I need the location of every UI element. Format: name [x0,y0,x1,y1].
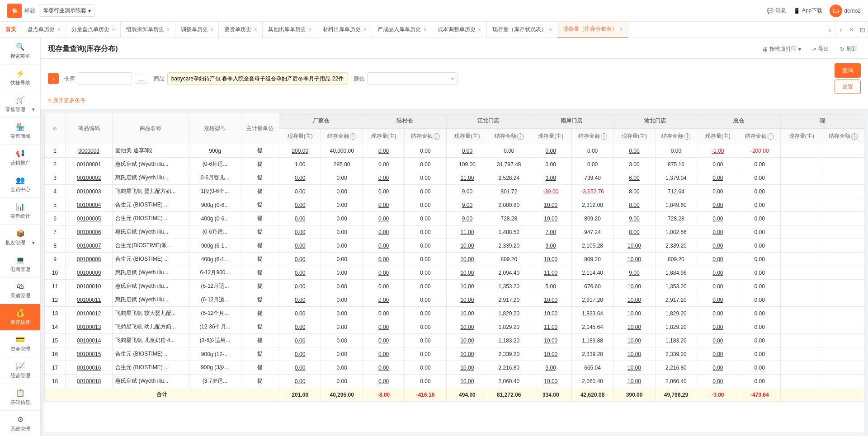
sidebar-item-search[interactable]: 🔍 搜索英单 [0,38,40,65]
tab-stock-status[interactable]: 现存量（库存状况表） × [487,22,558,38]
row-l-qty[interactable]: 0.00 [363,225,404,239]
row-na-qty[interactable]: 10.00 [530,253,571,266]
row-yb-qty[interactable]: 8.00 [613,198,655,212]
row-jb-qty[interactable]: 109.00 [446,158,488,171]
row-f-qty[interactable]: 0.00 [279,198,321,212]
sidebar-item-retail-stats[interactable]: 📊 零售统计 [0,198,40,225]
row-code[interactable]: 00100018 [66,375,113,388]
sidebar-item-wholesale[interactable]: 📦 批发管理 ▾ [0,225,40,251]
settings-icon[interactable]: ⚙ [52,126,57,132]
tab-home[interactable]: 首页 [0,22,22,38]
row-l-qty[interactable]: 0.00 [363,347,404,361]
info-icon[interactable]: i [601,133,607,140]
sidebar-item-retail-mgmt[interactable]: 🛒 零售管理 ▾ [0,91,40,118]
row-code[interactable]: 00100008 [66,253,113,266]
row-na-qty[interactable]: 10.00 [530,375,571,388]
row-na-qty[interactable]: 5.00 [530,280,571,293]
row-jb-qty[interactable]: 10.00 [446,307,488,320]
sidebar-item-operations[interactable]: 📈 经营管理 [0,357,40,384]
row-code[interactable]: 00100004 [66,198,113,212]
row-total-qty[interactable]: 0.00 [697,212,739,225]
row-code[interactable]: 00100016 [66,361,113,375]
close-icon[interactable]: × [549,27,552,32]
close-icon[interactable]: × [309,27,311,32]
row-f-qty[interactable]: 0.00 [279,253,321,266]
row-l-qty[interactable]: 0.00 [363,158,404,171]
tab-close-all-btn[interactable]: × [846,22,857,38]
row-code[interactable]: 00100002 [66,171,113,185]
row-na-qty[interactable]: 10.00 [530,334,571,347]
row-f-qty[interactable]: 0.00 [279,334,321,347]
row-total-qty[interactable]: 0.00 [697,158,739,171]
row-jb-qty[interactable]: 10.00 [446,280,488,293]
row-jb-qty[interactable]: 10.00 [446,361,488,375]
print-btn[interactable]: 🖨 按模版打印 ▾ [759,43,805,55]
row-code[interactable]: 00100013 [66,320,113,334]
row-total-qty[interactable]: 0.00 [697,361,739,375]
row-total-qty[interactable]: 0.00 [697,253,739,266]
warehouse-ellipsis-btn[interactable]: ... [135,74,148,84]
row-code[interactable]: 00100012 [66,307,113,320]
row-yb-qty[interactable]: 8.00 [613,225,655,239]
tab-other-out[interactable]: 其他出库单历史 × [263,22,317,38]
row-f-qty[interactable]: 0.00 [279,266,321,280]
export-btn[interactable]: ↗ 导出 [808,43,833,55]
row-f-qty[interactable]: 0.00 [279,185,321,198]
info-icon[interactable]: i [434,133,440,140]
row-f-qty[interactable]: 0.00 [279,361,321,375]
row-l-qty[interactable]: 0.00 [363,171,404,185]
row-f-qty[interactable]: 200.00 [279,144,321,158]
tab-next-btn[interactable]: › [835,22,846,38]
tab-cost-adjust[interactable]: 成本调整单历史 × [432,22,487,38]
row-jb-qty[interactable]: 9.00 [446,198,488,212]
row-total-qty[interactable]: 0.00 [697,198,739,212]
sidebar-item-inventory[interactable]: 💰 库存核算 [0,304,40,331]
row-l-qty[interactable]: 0.00 [363,144,404,158]
refresh-btn[interactable]: ↻ 刷新 [836,43,861,55]
close-icon[interactable]: × [424,27,426,32]
info-icon[interactable]: i [851,133,858,140]
row-code[interactable]: 00100007 [66,239,113,253]
row-yb-qty[interactable]: 10.00 [613,280,655,293]
row-l-qty[interactable]: 0.00 [363,239,404,253]
tab-stock-dist[interactable]: 现存量（库存分布表） × [557,22,628,38]
row-jb-qty[interactable]: 11.00 [446,225,488,239]
row-yb-qty[interactable]: 3.00 [613,158,655,171]
industry-select[interactable]: 母婴行业演示陈套 ▾ [39,5,95,17]
sidebar-item-basics[interactable]: 📋 基础信息 [0,384,40,411]
row-na-qty[interactable]: 7.00 [530,225,571,239]
sidebar-item-system[interactable]: ⚙ 系统管理 [0,411,40,436]
row-code[interactable]: 00100010 [66,280,113,293]
close-icon[interactable]: × [478,27,481,32]
row-yb-qty[interactable]: 10.00 [613,307,655,320]
sidebar-item-quick-nav[interactable]: ⚡ 快捷导航 [0,65,40,91]
setting-button[interactable]: 设置 [835,80,861,94]
row-f-qty[interactable]: 0.00 [279,307,321,320]
row-na-qty[interactable]: -39.00 [530,185,571,198]
query-button[interactable]: 查询 [835,63,861,78]
row-f-qty[interactable]: 0.00 [279,239,321,253]
row-na-qty[interactable]: 0.00 [530,158,571,171]
tab-product-in[interactable]: 产成品入库单历史 × [372,22,432,38]
row-na-qty[interactable]: 3.00 [530,361,571,375]
row-l-qty[interactable]: 0.00 [363,185,404,198]
row-l-qty[interactable]: 0.00 [363,280,404,293]
row-total-qty[interactable]: 0.00 [697,225,739,239]
row-jb-qty[interactable]: 10.00 [446,375,488,388]
row-total-qty[interactable]: 0.00 [697,334,739,347]
row-total-qty[interactable]: 0.00 [697,375,739,388]
row-code[interactable]: 00100011 [66,293,113,307]
row-yb-qty[interactable]: 10.00 [613,239,655,253]
close-icon[interactable]: × [620,27,623,32]
row-jb-qty[interactable]: 10.00 [446,347,488,361]
row-na-qty[interactable]: 11.00 [530,266,571,280]
message-action[interactable]: 💬 消息 [767,7,786,14]
row-l-qty[interactable]: 0.00 [363,198,404,212]
row-l-qty[interactable]: 0.00 [363,307,404,320]
row-na-qty[interactable]: 10.00 [530,293,571,307]
sidebar-item-marketing[interactable]: 📢 营销推广 [0,145,40,171]
row-code[interactable]: 00100006 [66,225,113,239]
row-total-qty[interactable]: 0.00 [697,266,739,280]
user-area[interactable]: Ea demo2 [830,5,861,17]
row-code[interactable]: 00100003 [66,185,113,198]
